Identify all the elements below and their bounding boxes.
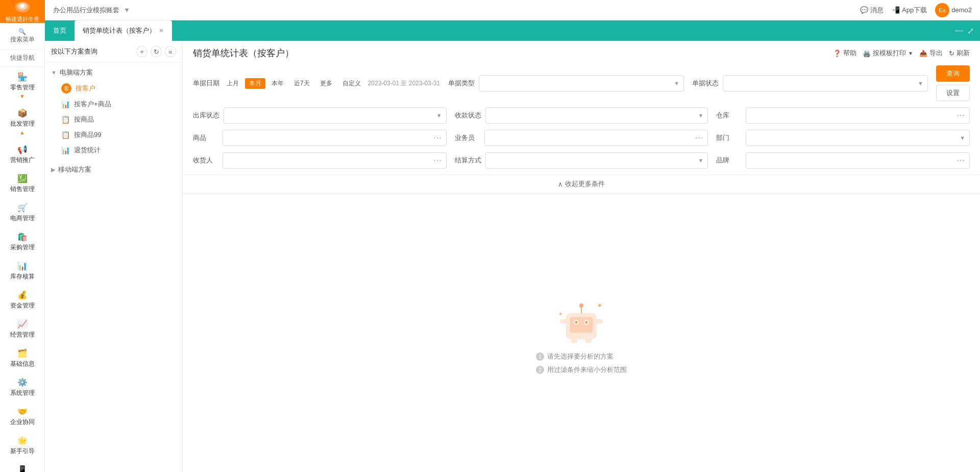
avatar: Ea (935, 3, 949, 17)
settlement-select[interactable]: ▼ (485, 152, 708, 169)
sidebar-item-system-label: 系统管理 (10, 389, 35, 397)
tab-minimize-icon[interactable]: — (955, 26, 963, 35)
inventory-icon: 📊 (17, 261, 28, 271)
out-status-select[interactable]: ▼ (224, 107, 447, 124)
goods-select[interactable]: ··· (223, 130, 447, 146)
group-expand-icon-mobile: ▶ (51, 167, 55, 173)
date-tab-this-month[interactable]: 本月 (245, 78, 265, 89)
header-dropdown-icon[interactable]: ▼ (124, 6, 130, 14)
scheme-item-goods99[interactable]: 📋 按商品99 (45, 127, 182, 143)
payment-status-select[interactable]: ▼ (485, 107, 708, 124)
scheme-item-returns[interactable]: 📊 退货统计 (45, 143, 182, 158)
sidebar-item-ecommerce[interactable]: 🛒 电商管理 (0, 198, 44, 227)
query-button[interactable]: 查询 (936, 65, 970, 82)
tab-sales-stats-label: 销货单统计表（按客户） (83, 26, 156, 35)
sidebar: 畅捷通好生意 🔍 电脑端方案 搜索菜单 快捷导航 🏪 零售管理 ▼ 📦 批发管理… (0, 0, 45, 472)
filter-doc-type: 单据类型 ▼ (448, 75, 684, 91)
refresh-button[interactable]: ↻ 刷新 (949, 49, 970, 58)
sidebar-item-sales[interactable]: 💹 销售管理 (0, 169, 44, 198)
brand-select[interactable]: ··· (746, 152, 970, 169)
date-tab-last-month[interactable]: 上月 (223, 78, 243, 89)
receiver-select[interactable]: ··· (223, 152, 447, 169)
sidebar-item-enterprise-label: 企业协同 (10, 418, 35, 427)
doc-type-chevron-icon: ▼ (674, 80, 679, 86)
svg-point-8 (575, 321, 577, 323)
sidebar-item-guide[interactable]: 🌟 新手引导 (0, 431, 44, 460)
system-icon: ⚙️ (17, 377, 28, 387)
wholesale-icon: 📦 (17, 108, 28, 118)
sidebar-item-system[interactable]: ⚙️ 系统管理 (0, 372, 44, 402)
date-tab-this-year[interactable]: 本年 (267, 78, 288, 89)
sidebar-item-basic[interactable]: 🗂️ 基础信息 (0, 343, 44, 372)
scheme-group-pc-header[interactable]: ▼ 电脑端方案 (45, 65, 182, 80)
scheme-group-mobile-header[interactable]: ▶ 移动端方案 (45, 162, 182, 177)
user-name: demo2 (951, 6, 972, 14)
message-button[interactable]: 💬 消息 (860, 6, 884, 15)
brand-label: 品牌 (716, 156, 742, 165)
date-tab-custom[interactable]: 自定义 (338, 78, 365, 89)
date-tab-7days[interactable]: 近7天 (290, 78, 314, 89)
help-button[interactable]: ❓ 帮助 (833, 49, 856, 58)
scheme-item-by-customer-label: 按客户 (76, 84, 95, 93)
filter-warehouse: 仓库 ··· (716, 107, 970, 124)
sidebar-item-inventory-label: 库存核算 (10, 272, 35, 281)
add-scheme-button[interactable]: + (136, 46, 148, 57)
print-button[interactable]: 🖨️ 按模板打印 ▼ (863, 49, 913, 58)
operations-icon: 📈 (17, 319, 28, 329)
doc-status-select[interactable]: ▼ (723, 75, 928, 91)
sidebar-item-inventory[interactable]: 📊 库存核算 (0, 256, 44, 285)
svg-rect-15 (585, 338, 592, 343)
tab-sales-stats[interactable]: 销货单统计表（按客户） ✕ (75, 20, 172, 41)
guide-icon: 🌟 (17, 436, 28, 445)
export-button[interactable]: 📤 导出 (919, 49, 943, 58)
sidebar-item-wholesale[interactable]: 📦 批发管理 ▲ (0, 103, 44, 139)
salesperson-select[interactable]: ··· (484, 130, 708, 146)
sidebar-item-operations[interactable]: 📈 经营管理 (0, 314, 44, 343)
refresh-icon: ↻ (949, 50, 954, 57)
enterprise-icon: 🤝 (17, 407, 28, 416)
collapse-panel-button[interactable]: « (165, 46, 176, 57)
refresh-scheme-button[interactable]: ↻ (151, 46, 162, 57)
svg-rect-12 (560, 319, 567, 323)
date-tab-more[interactable]: 更多 (316, 78, 336, 89)
collapse-bar[interactable]: ∧ 收起更多条件 (183, 175, 980, 193)
date-label: 单据日期 (193, 79, 219, 88)
tab-home[interactable]: 首页 (45, 20, 75, 41)
settlement-label: 结算方式 (455, 156, 481, 165)
sidebar-item-enterprise[interactable]: 🤝 企业协同 (0, 402, 44, 431)
sidebar-item-sales-label: 销售管理 (10, 185, 35, 194)
department-chevron-icon: ▼ (960, 135, 965, 141)
sidebar-item-retail[interactable]: 🏪 零售管理 ▼ (0, 67, 44, 103)
sidebar-item-marketing[interactable]: 📢 营销推广 (0, 139, 44, 169)
sidebar-item-finance[interactable]: 💰 资金管理 (0, 285, 44, 314)
app-download-label: App下载 (902, 6, 927, 15)
page-title: 销货单统计表（按客户） (193, 47, 294, 59)
receiver-label: 收货人 (193, 156, 218, 165)
left-panel-title: 按以下方案查询 (51, 47, 132, 56)
refresh-label: 刷新 (957, 49, 970, 58)
scheme-item-by-goods[interactable]: 📋 按商品 (45, 112, 182, 127)
empty-tip-1: 1 请先选择要分析的方案 (536, 352, 627, 361)
page-header-actions: ❓ 帮助 🖨️ 按模板打印 ▼ 📤 导出 ↻ 刷新 (833, 49, 970, 58)
sidebar-item-apps[interactable]: 📱 应用中心 (0, 460, 44, 472)
svg-rect-14 (571, 338, 577, 343)
sidebar-nav-shortcuts[interactable]: 快捷导航 (0, 50, 44, 67)
doc-type-select[interactable]: ▼ (479, 75, 684, 91)
filter-out-status: 出库状态 ▼ (193, 107, 447, 124)
sidebar-item-operations-label: 经营管理 (10, 331, 35, 339)
user-menu[interactable]: Ea demo2 (935, 3, 972, 17)
app-download-button[interactable]: 📲 App下载 (892, 6, 927, 15)
department-select[interactable]: ▼ (746, 130, 970, 146)
warehouse-select[interactable]: ··· (746, 107, 970, 124)
settlement-chevron-icon: ▼ (698, 157, 703, 163)
tab-close-icon[interactable]: ✕ (159, 27, 164, 34)
tab-maximize-icon[interactable]: ⤢ (967, 26, 974, 36)
empty-illustration: ✦ ✦ (551, 293, 612, 344)
payment-status-chevron-icon: ▼ (698, 112, 703, 119)
sidebar-item-purchase[interactable]: 🛍️ 采购管理 (0, 227, 44, 256)
sidebar-search[interactable]: 🔍 电脑端方案 搜索菜单 (0, 23, 44, 50)
scheme-item-by-customer[interactable]: 客 按客户 (45, 80, 182, 97)
scheme-item-customer-goods[interactable]: 📊 按客户+商品 (45, 97, 182, 112)
filter-department: 部门 ▼ (716, 130, 970, 146)
settings-button[interactable]: 设置 (936, 85, 970, 101)
